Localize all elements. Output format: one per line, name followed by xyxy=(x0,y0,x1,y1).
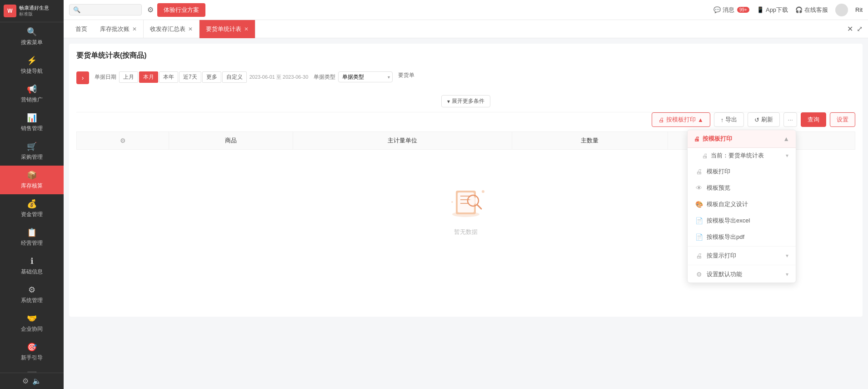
sidebar-item-label-purchase: 采购管理 xyxy=(21,153,43,161)
sidebar-item-label-finance: 资金管理 xyxy=(21,211,43,218)
display-print-label: 按显示打印 xyxy=(707,252,782,260)
tab-home-label: 首页 xyxy=(75,25,87,33)
sidebar-item-guide[interactable]: 🎯 新手引导 xyxy=(0,338,64,366)
tab-inventory-batch-close[interactable]: ✕ xyxy=(132,26,137,32)
export-pdf-icon: 📄 xyxy=(695,233,703,241)
dropdown-header-right: ▲ xyxy=(783,135,789,142)
template-design-label: 模板自定义设计 xyxy=(707,200,748,208)
dropdown-divider-2 xyxy=(688,265,796,265)
sidebar-item-sales[interactable]: 📊 销售管理 xyxy=(0,108,64,137)
search-menu-icon: 🔍 xyxy=(27,27,37,37)
search-icon: 🔍 xyxy=(73,6,80,13)
basic-info-icon: ℹ xyxy=(30,256,34,266)
online-service-btn[interactable]: 🎧 在线客服 xyxy=(795,6,828,14)
table-gear-icon[interactable]: ⚙ xyxy=(120,137,126,144)
print-template-button[interactable]: 🖨 按模板打印 ▲ xyxy=(652,112,710,127)
sidebar-item-purchase[interactable]: 🛒 采购管理 xyxy=(0,137,64,166)
system-icon: ⚙ xyxy=(28,285,35,295)
dropdown-display-print[interactable]: 🖨 按显示打印 ▾ xyxy=(688,248,796,264)
dropdown-set-default[interactable]: ⚙ 设置默认功能 ▾ xyxy=(688,266,796,283)
expand-more-button[interactable]: ▾ 展开更多条件 xyxy=(441,95,490,107)
dropdown-template-preview[interactable]: 👁 模板预览 xyxy=(688,180,796,196)
sidebar-item-label-system: 系统管理 xyxy=(21,297,43,304)
sidebar-item-label-enterprise: 企业协同 xyxy=(21,325,43,333)
tab-home[interactable]: 首页 xyxy=(69,20,94,38)
export-button[interactable]: ↑ 导出 xyxy=(714,112,744,127)
filter-expand-button[interactable]: › xyxy=(76,71,89,84)
sidebar-item-marketing[interactable]: 📢 营销推广 xyxy=(0,80,64,108)
chevron-up-icon[interactable]: ▲ xyxy=(783,135,789,142)
search-input[interactable] xyxy=(82,7,137,13)
current-template-icon: 🖨 xyxy=(702,152,708,159)
tab-order-stats-close[interactable]: ✕ xyxy=(244,26,249,32)
sidebar: W 畅康通好生意 标准版 🔍 搜索菜单 ⚡ 快捷导航 📢 营销推广 📊 销售管理… xyxy=(0,0,64,389)
dropdown-template-design[interactable]: 🎨 模板自定义设计 xyxy=(688,196,796,212)
operations-icon: 📋 xyxy=(27,227,37,237)
print-header-icon: 🖨 xyxy=(694,136,700,142)
sidebar-logo: W 畅康通好生意 标准版 xyxy=(0,0,64,22)
gear-icon[interactable]: ⚙ xyxy=(147,5,154,14)
date-range-text: 2023-06-01 至 2023-06-30 xyxy=(249,74,309,81)
content-area: 要货单统计表(按商品) › 单据日期 上月 本月 本年 近7天 更多 自定义 xyxy=(64,38,868,389)
sidebar-item-app-center[interactable]: 🔲 应用中心 xyxy=(0,366,64,373)
sales-icon: 📊 xyxy=(27,113,37,123)
more-options-button[interactable]: ··· xyxy=(783,112,797,127)
marketing-icon: 📢 xyxy=(27,84,37,94)
sidebar-item-search-menu[interactable]: 🔍 搜索菜单 xyxy=(0,22,64,51)
sidebar-item-quick-nav[interactable]: ⚡ 快捷导航 xyxy=(0,51,64,80)
export-excel-label: 按模板导出excel xyxy=(707,217,750,225)
query-button[interactable]: 查询 xyxy=(801,112,826,127)
tab-close-window-icon[interactable]: ✕ xyxy=(847,25,853,33)
order-type-select[interactable]: 单据类型 xyxy=(338,71,393,82)
date-btn-last-month[interactable]: 上月 xyxy=(119,71,138,83)
tab-inventory-batch-label: 库存批次账 xyxy=(100,25,130,33)
dropdown-template-print[interactable]: 🖨 模板打印 xyxy=(688,163,796,180)
dropdown-export-pdf[interactable]: 📄 按模板导出pdf xyxy=(688,229,796,245)
dropdown-current-template[interactable]: 🖨 当前：要货单统计表 ▾ xyxy=(688,148,796,163)
sidebar-item-system[interactable]: ⚙ 系统管理 xyxy=(0,280,64,309)
tab-receive-summary[interactable]: 收发存汇总表 ✕ xyxy=(144,20,200,38)
sound-icon[interactable]: 🔈 xyxy=(32,377,41,385)
page-card: 要货单统计表(按商品) › 单据日期 上月 本月 本年 近7天 更多 自定义 xyxy=(69,44,863,317)
inventory-icon: 📦 xyxy=(27,170,37,180)
date-btn-current-month[interactable]: 本月 xyxy=(139,71,158,83)
table-col-gear[interactable]: ⚙ xyxy=(77,132,169,150)
set-default-label: 设置默认功能 xyxy=(707,270,782,278)
template-print-icon: 🖨 xyxy=(695,168,703,175)
search-box[interactable]: 🔍 xyxy=(69,4,142,15)
trial-button[interactable]: 体验行业方案 xyxy=(157,3,205,17)
message-btn[interactable]: 💬 消息 99+ xyxy=(713,6,749,14)
tab-order-stats[interactable]: 要货单统计表 ✕ xyxy=(200,20,255,38)
date-btn-last-7-days[interactable]: 近7天 xyxy=(179,71,201,83)
export-pdf-label: 按模板导出pdf xyxy=(707,233,744,241)
sidebar-item-label-sales: 销售管理 xyxy=(21,125,43,132)
export-excel-icon: 📄 xyxy=(695,217,703,224)
dropdown-export-excel[interactable]: 📄 按模板导出excel xyxy=(688,212,796,229)
tab-expand-icon[interactable]: ⤢ xyxy=(857,25,863,33)
table-col-quantity: 主数量 xyxy=(512,132,668,150)
sidebar-item-inventory[interactable]: 📦 库存核算 xyxy=(0,166,64,194)
template-design-icon: 🎨 xyxy=(695,201,703,208)
app-download-btn[interactable]: 📱 App下载 xyxy=(757,6,788,14)
date-btn-custom[interactable]: 自定义 xyxy=(222,71,247,83)
date-btn-more[interactable]: 更多 xyxy=(202,71,221,83)
refresh-button[interactable]: ↺ 刷新 xyxy=(748,112,780,127)
guide-icon: 🎯 xyxy=(27,342,37,352)
filter-bar: › 单据日期 上月 本月 本年 近7天 更多 自定义 2023-06-01 至 … xyxy=(76,67,855,112)
date-btn-current-year[interactable]: 本年 xyxy=(159,71,178,83)
enterprise-icon: 🤝 xyxy=(27,313,37,323)
sidebar-item-label-search: 搜索菜单 xyxy=(21,39,43,46)
tab-inventory-batch[interactable]: 库存批次账 ✕ xyxy=(94,20,144,38)
date-filter-label: 单据日期 xyxy=(95,73,116,81)
topbar: 🔍 ⚙ 体验行业方案 💬 消息 99+ 📱 App下载 🎧 在线客服 Rit xyxy=(64,0,868,20)
sidebar-item-operations[interactable]: 📋 经营管理 xyxy=(0,223,64,252)
settings-button[interactable]: 设置 xyxy=(830,112,855,127)
sidebar-item-label-basic: 基础信息 xyxy=(21,268,43,276)
sidebar-item-finance[interactable]: 💰 资金管理 xyxy=(0,194,64,223)
sidebar-item-enterprise[interactable]: 🤝 企业协同 xyxy=(0,309,64,338)
sidebar-item-basic-info[interactable]: ℹ 基础信息 xyxy=(0,252,64,280)
tab-receive-summary-close[interactable]: ✕ xyxy=(188,26,193,32)
set-default-icon: ⚙ xyxy=(695,271,703,278)
avatar[interactable] xyxy=(835,4,848,16)
settings-bottom-icon[interactable]: ⚙ xyxy=(22,377,29,385)
